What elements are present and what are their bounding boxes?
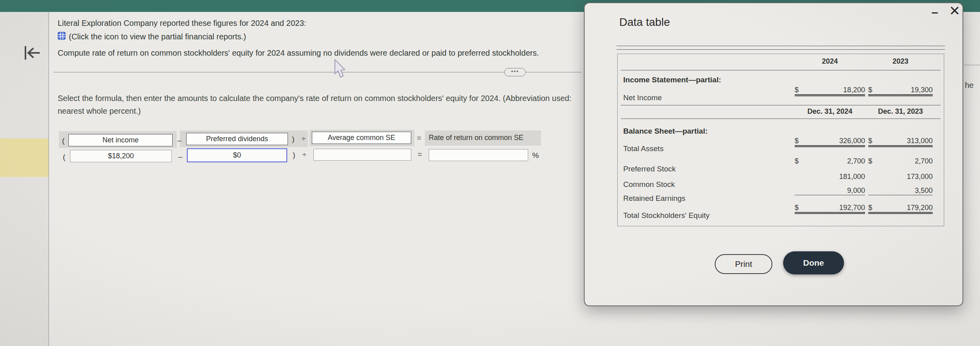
minus-row2: – — [178, 152, 183, 161]
dollar-sign: $ — [868, 86, 872, 94]
formula-result-label: Rate of return on common SE — [429, 134, 523, 142]
table-top-rule-2 — [616, 49, 945, 50]
income-statement-section-label: Income Statement—partial: — [623, 76, 721, 84]
equals-row2: = — [418, 150, 422, 159]
dollar-sign: $ — [795, 137, 799, 145]
dollar-sign: $ — [868, 157, 872, 165]
open-paren-row2: ( — [63, 153, 65, 161]
ellipsis-expander-handle[interactable]: ••• — [504, 68, 526, 76]
amount-2024: 18,200 — [843, 86, 865, 94]
divide-sign-row1: ÷ — [301, 134, 305, 143]
table-row: $18,200 $19,300 Net Income — [618, 85, 944, 103]
percent-sign: % — [532, 151, 539, 160]
row-label: Retained Earnings — [623, 194, 685, 203]
dollar-sign: $ — [795, 86, 799, 94]
amount-2024: 192,700 — [839, 204, 865, 212]
rule-under-year-header — [621, 70, 941, 70]
done-button[interactable]: Done — [783, 251, 844, 274]
dollar-sign: $ — [868, 204, 872, 212]
financial-data-table: 2024 2023 Income Statement—partial: $18,… — [617, 54, 944, 226]
close-paren-row2: ) — [293, 151, 295, 159]
table-row: 9,000 3,500 Retained Earnings — [618, 185, 944, 204]
print-button[interactable]: Print — [715, 254, 772, 274]
sidebar-highlight-block — [0, 138, 49, 177]
question-line-2: Compute rate of return on common stockho… — [58, 49, 539, 58]
date-header-row: Dec. 31, 2024 Dec. 31, 2023 — [618, 107, 944, 116]
amount-2024: 326,000 — [839, 137, 865, 145]
amount-2024: 181,000 — [839, 173, 865, 181]
table-top-rule — [616, 46, 945, 46]
rule-under-date-header — [621, 119, 941, 119]
question-icon-caption: (Click the icon to view the partial fina… — [69, 32, 246, 41]
section-divider-right-fragment — [964, 65, 980, 65]
question-line-1: Literal Exploration Company reported the… — [58, 19, 306, 28]
preferred-dividends-amount-input[interactable] — [187, 148, 287, 162]
amount-2024: 9,000 — [847, 187, 865, 195]
balance-sheet-section-label: Balance Sheet—partial: — [623, 127, 708, 136]
table-row: $192,700 $179,200 Total Stockholders' Eq… — [618, 202, 944, 221]
formula-select-net-income[interactable]: Net income — [68, 134, 173, 146]
amount-2023: 179,200 — [907, 204, 933, 212]
instruction-line-1: Select the formula, then enter the amoun… — [58, 94, 583, 103]
amount-2023: 19,300 — [911, 86, 933, 94]
divide-sign-row2: ÷ — [302, 150, 306, 159]
row-label: Total Assets — [623, 144, 663, 153]
screen: Literal Exploration Company reported the… — [0, 0, 980, 346]
dollar-sign: $ — [795, 204, 799, 212]
instruction-line-2: nearest whole percent.) — [58, 107, 141, 116]
dialog-title: Data table — [619, 16, 670, 29]
question-icon-row: (Click the icon to view the partial fina… — [58, 32, 246, 41]
amount-2023: 3,500 — [915, 187, 933, 195]
table-row: $326,000 $313,000 Total Assets — [618, 136, 944, 154]
year-header-2023: 2023 — [868, 57, 933, 66]
equals-row1: = — [417, 134, 421, 142]
dollar-sign: $ — [795, 157, 799, 165]
close-icon[interactable]: ✕ — [949, 4, 961, 17]
minimize-icon[interactable]: – — [931, 6, 938, 18]
row-label: Net Income — [623, 93, 662, 102]
year-header-2024: 2024 — [795, 57, 865, 66]
amount-2023: 313,000 — [907, 137, 933, 145]
open-paren-row1: ( — [62, 136, 64, 145]
section-divider — [54, 72, 581, 72]
amount-2024: 2,700 — [847, 157, 865, 165]
amount-2023: 2,700 — [915, 157, 933, 165]
clipped-edge-text: he — [965, 81, 974, 90]
year-header-row: 2024 2023 — [618, 57, 944, 66]
left-sidebar — [0, 12, 49, 346]
formula-select-average-common-se[interactable]: Average common SE — [312, 132, 411, 144]
close-paren-row1: ) — [292, 135, 294, 144]
rule-under-net-income — [621, 105, 941, 105]
collapse-panel-icon[interactable] — [22, 44, 41, 62]
net-income-amount-input[interactable] — [70, 150, 172, 162]
date-header-2023: Dec. 31, 2023 — [868, 107, 933, 116]
financial-reports-table-icon[interactable] — [58, 32, 66, 41]
minus-row1: – — [177, 136, 182, 145]
formula-select-preferred-dividends[interactable]: Preferred dividends — [186, 133, 288, 145]
rate-of-return-result-input[interactable] — [429, 149, 528, 161]
data-table-dialog: Data table – ✕ 2024 2023 Income Statemen… — [584, 2, 963, 306]
mouse-cursor — [333, 59, 347, 80]
row-label: Total Stockholders' Equity — [623, 211, 710, 220]
amount-2023: 173,000 — [907, 173, 933, 181]
average-common-se-amount-input[interactable] — [313, 149, 411, 161]
date-header-2024: Dec. 31, 2024 — [795, 107, 865, 116]
dollar-sign: $ — [868, 137, 872, 145]
